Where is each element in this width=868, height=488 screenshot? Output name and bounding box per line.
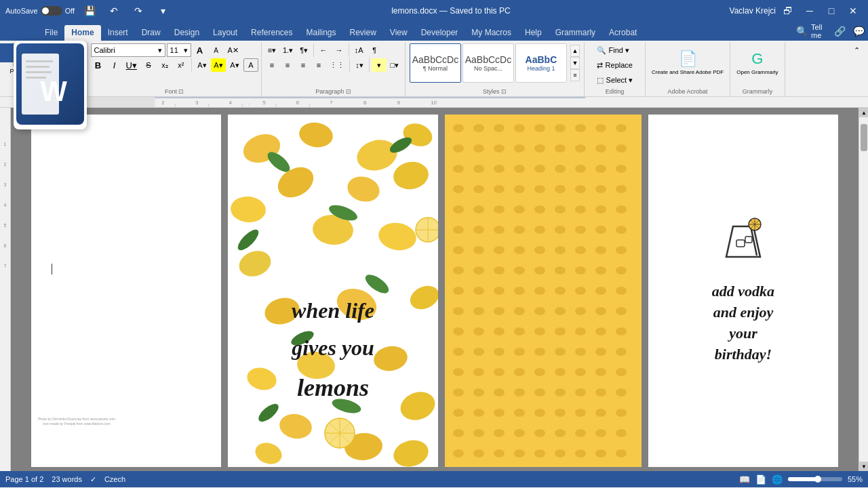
- tab-mailings[interactable]: Mailings: [299, 25, 342, 41]
- font-dialog-btn[interactable]: ⊡: [178, 88, 184, 95]
- svg-point-181: [514, 388, 525, 396]
- ribbon-collapse-btn[interactable]: ⌃: [848, 42, 865, 96]
- tab-design[interactable]: Design: [167, 25, 206, 41]
- svg-point-85: [575, 165, 586, 173]
- superscript-btn[interactable]: x²: [174, 58, 189, 72]
- multilevel-btn[interactable]: ¶▾: [296, 43, 311, 57]
- svg-point-166: [575, 348, 586, 356]
- tab-file[interactable]: File: [38, 25, 64, 41]
- font-size-shrink-btn[interactable]: A: [209, 43, 224, 57]
- tab-layout[interactable]: Layout: [206, 25, 244, 41]
- language[interactable]: Czech: [104, 475, 125, 483]
- font-name-input[interactable]: Calibri ▾: [91, 43, 165, 57]
- collapse-icon[interactable]: ⌃: [849, 43, 864, 57]
- sort-btn[interactable]: ↕A: [351, 43, 366, 57]
- bold-button[interactable]: B: [91, 58, 106, 72]
- document-canvas[interactable]: Photo by Dominika Roseclay from www.pexe…: [11, 108, 859, 471]
- justify-btn[interactable]: ≡: [311, 58, 326, 72]
- italic-button[interactable]: I: [107, 58, 122, 72]
- styles-dialog-btn[interactable]: ⊡: [501, 88, 507, 95]
- tab-help[interactable]: Help: [518, 25, 549, 41]
- save-icon[interactable]: 💾: [80, 1, 99, 20]
- view-web-btn[interactable]: 🌐: [772, 474, 783, 485]
- svg-point-105: [616, 205, 627, 214]
- line-spacing-btn[interactable]: ↕▾: [352, 58, 367, 72]
- tab-references[interactable]: References: [244, 25, 299, 41]
- adobe-create-btn[interactable]: 📄 Create and Share Adobe PDF: [648, 43, 727, 81]
- tab-insert[interactable]: Insert: [101, 25, 135, 41]
- view-read-btn[interactable]: 📖: [739, 474, 750, 485]
- tab-view[interactable]: View: [383, 25, 414, 41]
- styles-scroll-up[interactable]: ▲: [570, 45, 580, 57]
- shading-btn[interactable]: ▾: [372, 58, 387, 72]
- page-vodka-text[interactable]: add vodka and enjoy your birthday!: [648, 115, 838, 467]
- zoom-bar[interactable]: [788, 477, 842, 481]
- align-left-btn[interactable]: ≡: [264, 58, 279, 72]
- tab-review[interactable]: Review: [343, 25, 383, 41]
- font-color-btn[interactable]: A▾: [195, 58, 210, 72]
- svg-point-199: [514, 429, 525, 437]
- para-dialog-btn[interactable]: ⊡: [346, 88, 351, 95]
- font-size-grow-btn[interactable]: A: [193, 43, 208, 57]
- subscript-btn[interactable]: x₂: [157, 58, 172, 72]
- tab-acrobat[interactable]: Acrobat: [602, 25, 644, 41]
- page-lemon-image[interactable]: when life gives you lemons: [228, 115, 438, 467]
- font-size-input[interactable]: 11 ▾: [167, 43, 191, 57]
- svg-point-140: [595, 287, 606, 295]
- strikethrough-btn[interactable]: S: [141, 58, 156, 72]
- highlight-btn[interactable]: A▾: [211, 58, 226, 72]
- indent-increase-btn[interactable]: →: [332, 43, 347, 57]
- restore-icon[interactable]: 🗗: [778, 1, 797, 20]
- align-center-btn[interactable]: ≡: [280, 58, 295, 72]
- minimize-icon[interactable]: ─: [800, 1, 819, 20]
- redo-icon[interactable]: ↷: [129, 1, 148, 20]
- columns-btn[interactable]: ⋮⋮: [327, 58, 347, 72]
- styles-scroll-down[interactable]: ▼: [570, 57, 580, 69]
- autosave-toggle[interactable]: [41, 6, 62, 16]
- svg-point-88: [453, 185, 464, 193]
- styles-scroll-more[interactable]: ≡: [570, 69, 580, 81]
- indent-decrease-btn[interactable]: ←: [316, 43, 331, 57]
- svg-point-77: [595, 144, 606, 152]
- quick-access-more[interactable]: ▾: [153, 1, 172, 20]
- select-button[interactable]: ⬚ Select ▾: [593, 73, 637, 87]
- title-filename: lemons.docx — Saved to this PC: [172, 6, 729, 16]
- scroll-down-btn[interactable]: ▼: [859, 462, 868, 471]
- close-icon[interactable]: ✕: [844, 1, 863, 20]
- char-shade-btn[interactable]: A▾: [227, 58, 242, 72]
- zoom-level[interactable]: 55%: [848, 475, 863, 483]
- style-no-spacing[interactable]: AaBbCcDc No Spac...: [462, 43, 514, 83]
- tell-me-btn[interactable]: Tell me: [811, 22, 830, 41]
- view-print-btn[interactable]: 📄: [755, 474, 766, 485]
- ribbon-search-icon[interactable]: 🔍: [792, 22, 811, 41]
- tab-grammarly[interactable]: Grammarly: [549, 25, 602, 41]
- scroll-up-btn[interactable]: ▲: [859, 108, 868, 117]
- scroll-thumb[interactable]: [861, 124, 867, 151]
- style-normal[interactable]: AaBbCcDc ¶ Normal: [410, 43, 461, 83]
- show-marks-btn[interactable]: ¶: [367, 43, 382, 57]
- page-1-blank[interactable]: Photo by Dominika Roseclay from www.pexe…: [31, 115, 221, 467]
- tab-draw[interactable]: Draw: [135, 25, 167, 41]
- comment-icon[interactable]: 💬: [849, 22, 868, 41]
- borders-btn[interactable]: □▾: [387, 58, 402, 72]
- share-icon[interactable]: 🔗: [830, 22, 849, 41]
- align-right-btn[interactable]: ≡: [296, 58, 311, 72]
- underline-button[interactable]: U▾: [123, 58, 140, 72]
- page-yellow-dots[interactable]: [445, 115, 642, 467]
- replace-button[interactable]: ⇄ Replace: [593, 58, 637, 72]
- tab-home[interactable]: Home: [64, 25, 100, 41]
- scrollbar[interactable]: ▲ ▼: [859, 108, 868, 471]
- tab-developer[interactable]: Developer: [414, 25, 465, 41]
- bullets-btn[interactable]: ≡▾: [264, 43, 279, 57]
- find-button[interactable]: 🔍 Find ▾: [593, 43, 637, 57]
- maximize-icon[interactable]: □: [822, 1, 841, 20]
- char-border-btn[interactable]: A: [243, 58, 258, 72]
- style-heading1[interactable]: AaBbC Heading 1: [515, 43, 567, 83]
- numbering-btn[interactable]: 1.▾: [280, 43, 296, 57]
- undo-icon[interactable]: ↶: [104, 1, 123, 20]
- grammarly-open-btn[interactable]: G Open Grammarly: [733, 43, 781, 81]
- zoom-thumb[interactable]: [814, 476, 821, 483]
- spelling-check-icon[interactable]: ✓: [90, 475, 96, 484]
- tab-macros[interactable]: My Macros: [465, 25, 518, 41]
- clear-format-btn[interactable]: A✕: [225, 43, 241, 57]
